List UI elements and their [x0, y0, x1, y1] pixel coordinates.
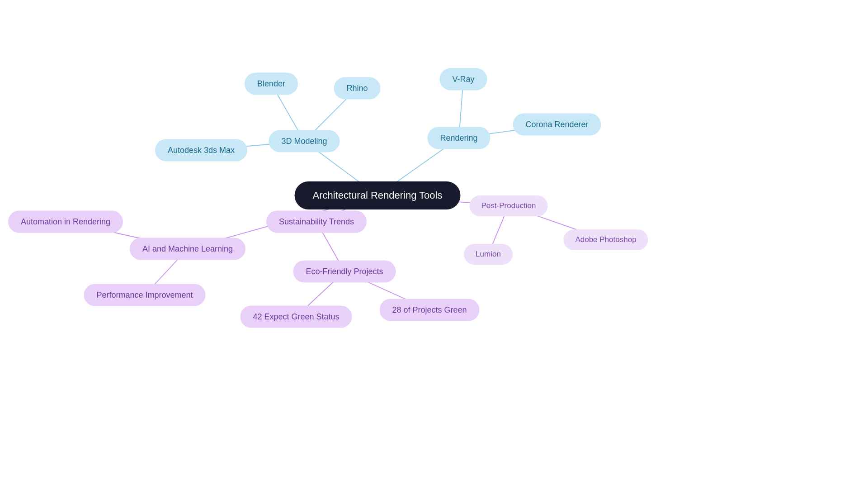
node-rhino[interactable]: Rhino	[334, 77, 380, 100]
node-sustainability[interactable]: Sustainability Trends	[266, 211, 367, 233]
node-eco-friendly[interactable]: Eco-Friendly Projects	[293, 261, 396, 283]
node-ai-ml[interactable]: AI and Machine Learning	[130, 238, 245, 260]
node-corona[interactable]: Corona Renderer	[513, 114, 601, 136]
node-automation[interactable]: Automation in Rendering	[8, 211, 123, 233]
node-blender[interactable]: Blender	[245, 73, 298, 95]
node-autodesk[interactable]: Autodesk 3ds Max	[155, 139, 247, 162]
node-post-production[interactable]: Post-Production	[470, 195, 548, 216]
node-performance[interactable]: Performance Improvement	[84, 284, 205, 306]
node-3d-modeling[interactable]: 3D Modeling	[269, 130, 340, 152]
node-rendering[interactable]: Rendering	[427, 127, 490, 149]
node-lumion[interactable]: Lumion	[464, 244, 513, 265]
node-adobe-photoshop[interactable]: Adobe Photoshop	[563, 229, 648, 250]
node-28-green[interactable]: 28 of Projects Green	[379, 299, 479, 321]
node-vray[interactable]: V-Ray	[439, 68, 487, 90]
node-42-green[interactable]: 42 Expect Green Status	[240, 306, 352, 328]
